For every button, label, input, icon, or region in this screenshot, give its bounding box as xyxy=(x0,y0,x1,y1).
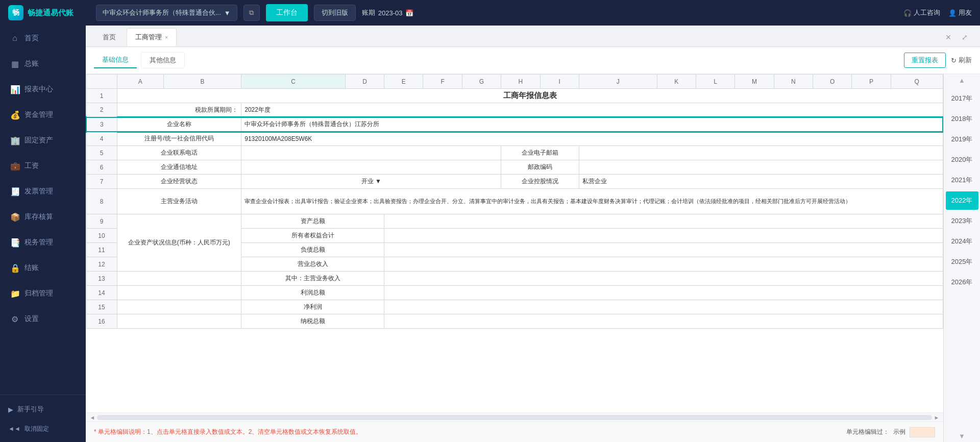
cell-8-value[interactable]: 审查企业会计报表；出具审计报告；验证企业资本；出具验资报告；办理企业合开、分立、… xyxy=(241,189,943,214)
year-item-2024[interactable]: 2024年 xyxy=(946,232,978,251)
col-header-c: C xyxy=(241,75,346,89)
cell-2-value[interactable]: 2022年度 xyxy=(241,103,943,117)
cell-7-status-value[interactable]: 开业 ▼ xyxy=(241,175,501,189)
cell-13-value[interactable] xyxy=(384,272,943,286)
refresh-label: 刷新 xyxy=(959,56,972,65)
cell-15-empty xyxy=(117,300,241,314)
cell-3-value[interactable]: 中审众环会计师事务所（特殊普通合伙）江苏分所 xyxy=(241,117,943,132)
close-window-button[interactable]: × xyxy=(941,30,955,44)
corner-header xyxy=(86,75,117,89)
expand-window-button[interactable]: ⤢ xyxy=(958,30,972,44)
tab-home[interactable]: 首页 xyxy=(94,28,125,46)
tax-icon: 📑 xyxy=(10,238,19,248)
cell-title[interactable]: 工商年报信息表 xyxy=(117,89,943,103)
cell-9-value[interactable] xyxy=(384,214,943,229)
cell-16-value[interactable] xyxy=(384,314,943,329)
sidebar: ⌂ 首页 ▦ 总账 📊 报表中心 💰 资金管理 🏢 固定资产 💼 工资 xyxy=(0,26,86,442)
sidebar-label-ledger: 总账 xyxy=(24,59,39,68)
tab-commerce[interactable]: 工商管理 × xyxy=(127,28,177,46)
cell-6-address[interactable] xyxy=(241,160,501,175)
headset-icon: 🎧 xyxy=(903,9,912,17)
scroll-track[interactable] xyxy=(97,415,932,420)
year-item-2025[interactable]: 2025年 xyxy=(946,253,978,271)
year-scroll-up-button[interactable]: ▲ xyxy=(946,74,978,86)
switch-version-button[interactable]: 切到旧版 xyxy=(314,5,356,21)
year-item-2019[interactable]: 2019年 xyxy=(946,130,978,149)
cell-4-label: 注册号/统一社会信用代码 xyxy=(117,132,241,146)
calendar-icon[interactable]: 📅 xyxy=(405,9,413,17)
scroll-right-arrow[interactable]: ► xyxy=(932,413,941,422)
year-item-2020[interactable]: 2020年 xyxy=(946,151,978,169)
year-item-2017[interactable]: 2017年 xyxy=(946,89,978,108)
col-header-n: N xyxy=(774,75,813,89)
company-selector[interactable]: 中审众环会计师事务所（特殊普通合伙... ▼ xyxy=(96,5,237,21)
row-num-1: 1 xyxy=(86,89,117,103)
new-guide-button[interactable]: ▶ 新手引导 xyxy=(0,399,86,420)
reset-report-button[interactable]: 重置报表 xyxy=(904,53,946,68)
period-label: 账期 xyxy=(362,8,375,17)
cell-15-label: 净利润 xyxy=(241,300,384,314)
table-row: 2 税款所属期间： 2022年度 xyxy=(86,103,943,117)
sidebar-item-report[interactable]: 📊 报表中心 xyxy=(0,77,86,102)
year-item-2018[interactable]: 2018年 xyxy=(946,110,978,128)
cell-7-status-label: 企业经营状态 xyxy=(117,175,241,189)
row-num-12: 12 xyxy=(86,257,117,272)
service-button[interactable]: 🎧 人工咨询 xyxy=(903,8,940,17)
sidebar-item-settings[interactable]: ⚙ 设置 xyxy=(0,306,86,332)
row-num-5: 5 xyxy=(86,146,117,160)
unpin-button[interactable]: ◄◄ 取消固定 xyxy=(0,420,86,438)
sidebar-label-home: 首页 xyxy=(24,34,39,43)
sidebar-item-ledger[interactable]: ▦ 总账 xyxy=(0,51,86,77)
cell-7-control-value[interactable]: 私营企业 xyxy=(579,175,943,189)
sidebar-item-closing[interactable]: 🔒 结账 xyxy=(0,255,86,281)
cell-5-email-value[interactable] xyxy=(579,146,943,160)
cell-11-value[interactable] xyxy=(384,243,943,257)
cell-5-phone[interactable] xyxy=(241,146,501,160)
tab-basic-info[interactable]: 基础信息 xyxy=(94,52,137,68)
year-item-2021[interactable]: 2021年 xyxy=(946,171,978,189)
row-num-3: 3 xyxy=(86,117,117,132)
cell-asset-label: 企业资产状况信息(币种：人民币万元) xyxy=(117,214,241,272)
sidebar-label-report: 报表中心 xyxy=(24,85,53,94)
sidebar-label-closing: 结账 xyxy=(24,263,39,273)
tab-close-icon[interactable]: × xyxy=(165,34,168,40)
sidebar-label-inventory: 库存核算 xyxy=(24,212,53,222)
sidebar-item-salary[interactable]: 💼 工资 xyxy=(0,153,86,179)
copy-button[interactable]: ⧉ xyxy=(243,5,260,21)
horizontal-scrollbar[interactable]: ◄ ► xyxy=(86,412,943,422)
user-label: 用友 xyxy=(959,8,972,17)
sidebar-item-asset[interactable]: 🏢 固定资产 xyxy=(0,128,86,153)
user-button[interactable]: 👤 用友 xyxy=(948,8,972,17)
year-item-2022[interactable]: 2022年 xyxy=(946,191,978,210)
sidebar-item-finance[interactable]: 💰 资金管理 xyxy=(0,102,86,128)
refresh-button[interactable]: ↻ 刷新 xyxy=(951,56,972,65)
tab-other-info[interactable]: 其他信息 xyxy=(141,52,185,68)
col-header-g: G xyxy=(462,75,501,89)
sheet-grid[interactable]: A B C D E F G H I J K L xyxy=(86,74,943,412)
sidebar-bottom: ▶ 新手引导 ◄◄ 取消固定 xyxy=(0,395,86,442)
cell-12-value[interactable] xyxy=(384,257,943,272)
cell-10-value[interactable] xyxy=(384,229,943,243)
sidebar-item-invoice[interactable]: 🧾 发票管理 xyxy=(0,179,86,204)
cell-6-zip-value[interactable] xyxy=(579,160,943,175)
workbench-button[interactable]: 工作台 xyxy=(266,4,308,21)
sidebar-item-archive[interactable]: 📁 归档管理 xyxy=(0,281,86,306)
sidebar-item-home[interactable]: ⌂ 首页 xyxy=(0,26,86,51)
sidebar-item-tax[interactable]: 📑 税务管理 xyxy=(0,230,86,255)
cell-4-value[interactable]: 91320100MA208E5W6K xyxy=(241,132,943,146)
content-toolbar: 基础信息 其他信息 重置报表 ↻ 刷新 xyxy=(86,47,980,74)
cell-14-value[interactable] xyxy=(384,286,943,300)
scroll-left-arrow[interactable]: ◄ xyxy=(88,413,97,422)
col-header-k: K xyxy=(657,75,696,89)
tab-commerce-label: 工商管理 xyxy=(135,33,162,42)
sidebar-item-inventory[interactable]: 📦 库存核算 xyxy=(0,204,86,230)
table-row: 7 企业经营状态 开业 ▼ 企业控股情况 私营企业 xyxy=(86,175,943,189)
year-scroll-down-button[interactable]: ▼ xyxy=(946,430,978,442)
chevron-down-icon: ▼ xyxy=(224,9,231,17)
period-display: 账期 2023-03 📅 xyxy=(362,8,414,17)
cell-7-control-label: 企业控股情况 xyxy=(501,175,579,189)
cell-15-value[interactable] xyxy=(384,300,943,314)
year-item-2026[interactable]: 2026年 xyxy=(946,273,978,291)
year-item-2023[interactable]: 2023年 xyxy=(946,212,978,230)
col-header-m: M xyxy=(735,75,774,89)
